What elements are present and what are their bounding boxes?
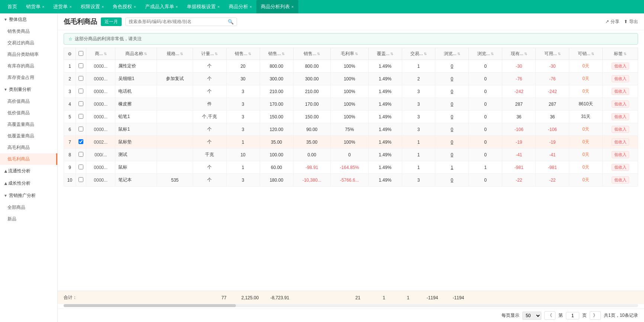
row-select-checkbox[interactable] [79,127,83,131]
row-checkbox[interactable] [76,73,86,85]
col-browse1[interactable]: 浏览...⇅ [435,48,469,60]
sidebar-item-new-goods[interactable]: 新品 [0,213,57,225]
nav-product-analysis[interactable]: 商品分析 × [224,0,256,13]
row-spec: 535 [157,174,193,186]
nav-product-stock[interactable]: 产成品入库单 × [141,0,182,13]
col-amount[interactable]: 销售...⇅ [293,48,331,60]
row-browse2: 1 [469,161,502,174]
row-browse1[interactable]: 0 [435,60,469,73]
row-browse1[interactable]: 0 [435,73,469,85]
row-checkbox[interactable] [76,85,86,98]
close-icon[interactable]: × [69,4,71,9]
share-button[interactable]: ↗ 分享 [605,19,619,25]
sidebar-group-circulation[interactable]: ▶ 流通性分析 [0,165,57,177]
close-icon[interactable]: × [176,4,178,9]
next-page-button[interactable]: 》 [590,311,601,320]
row-browse1[interactable]: 0 [435,136,469,149]
row-code: 0000... [86,123,115,136]
close-icon[interactable]: × [42,4,44,9]
row-checkbox[interactable] [76,60,86,73]
row-select-checkbox[interactable] [79,101,83,106]
horizontal-scrollbar[interactable] [64,304,638,307]
sidebar-item-high-coverage[interactable]: 高覆盖量商品 [0,119,57,130]
sidebar-item-all-goods[interactable]: 全部商品 [0,202,57,213]
nav-template-setting[interactable]: 单据模板设置 × [182,0,224,13]
nav-purchase-order[interactable]: 进货单 × [49,0,76,13]
prev-page-button[interactable]: 《 [544,311,555,320]
sidebar-item-in-stock[interactable]: 有库存的商品 [0,60,57,72]
col-stock[interactable]: 现有...⇅ [502,48,536,60]
row-browse1[interactable]: 0 [435,174,469,186]
close-icon[interactable]: × [134,4,136,9]
row-checkbox[interactable] [76,111,86,123]
row-checkbox[interactable] [76,136,86,149]
time-filter-button[interactable]: 近一月 [101,17,122,26]
close-icon[interactable]: × [291,4,294,9]
col-checkbox[interactable] [76,48,86,60]
col-settings[interactable]: ⚙ [64,48,76,60]
col-spec[interactable]: 规格...⇅ [157,48,193,60]
sidebar-item-high-margin[interactable]: 高毛利商品 [0,142,57,153]
per-page-select[interactable]: 50 100 200 [522,312,541,320]
row-select-checkbox[interactable] [79,139,83,144]
sidebar-item-stock-capital[interactable]: 库存资金占用 [0,72,57,83]
scrollbar-thumb[interactable] [64,304,236,307]
close-icon[interactable]: × [217,4,220,9]
row-checkbox[interactable] [76,174,86,186]
row-select-checkbox[interactable] [79,114,83,119]
sidebar-item-sales-goods[interactable]: 销售类商品 [0,26,57,37]
row-checkbox[interactable] [76,98,86,111]
nav-permission[interactable]: 权限设置 × [76,0,108,13]
row-browse1[interactable]: 0 [435,123,469,136]
col-price[interactable]: 销售...⇅ [260,48,293,60]
col-browse2[interactable]: 浏览...⇅ [469,48,502,60]
search-icon[interactable]: 🔍 [228,19,234,25]
row-select-checkbox[interactable] [79,165,83,169]
col-unit[interactable]: 计量...⇅ [193,48,226,60]
row-checkbox[interactable] [76,123,86,136]
sidebar-group-marketing[interactable]: ▼ 营销推广分析 [0,189,57,202]
row-select-checkbox[interactable] [79,177,83,182]
row-browse1[interactable]: 0 [435,85,469,98]
close-icon[interactable]: × [102,4,104,9]
col-code[interactable]: 商...⇅ [86,48,115,60]
sidebar-item-low-margin[interactable]: 低毛利商品 [0,153,57,165]
row-checkbox[interactable] [76,161,86,174]
col-qty[interactable]: 销售...⇅ [226,48,260,60]
page-number-input[interactable] [566,312,579,319]
row-select-checkbox[interactable] [79,63,83,68]
export-button[interactable]: ⬆ 导出 [624,19,638,25]
select-all-checkbox[interactable] [79,51,83,56]
nav-product-analysis-list[interactable]: 商品分析列表 × [256,0,298,13]
col-sale-days[interactable]: 可销...⇅ [569,48,603,60]
sidebar-item-low-coverage[interactable]: 低覆盖量商品 [0,130,57,142]
col-profit-rate[interactable]: 毛利率⇅ [331,48,369,60]
sidebar-item-traded-goods[interactable]: 交易过的商品 [0,37,57,49]
col-name[interactable]: 商品名称⇅ [115,48,157,60]
sidebar-group-growth[interactable]: ▶ 成长性分析 [0,177,57,189]
col-coverage[interactable]: 覆盖...⇅ [368,48,402,60]
col-tag[interactable]: 标签⇅ [603,48,638,60]
col-trade[interactable]: 交易...⇅ [402,48,435,60]
total-browse1: 1 [371,295,397,300]
row-browse1[interactable]: 0 [435,98,469,111]
nav-home[interactable]: 首页 [3,0,22,13]
sidebar-group-category[interactable]: ▼ 类别量分析 [0,83,57,96]
search-input[interactable] [129,19,228,24]
sidebar-item-high-value[interactable]: 高价值商品 [0,96,57,107]
nav-role-auth[interactable]: 角色授权 × [108,0,140,13]
row-browse1[interactable]: 0 [435,111,469,123]
row-select-checkbox[interactable] [79,89,83,93]
col-avail[interactable]: 可用...⇅ [536,48,569,60]
sidebar-group-overall[interactable]: ▼ 整体信息 [0,13,57,26]
row-amount: 800.00 [293,60,331,73]
row-browse1[interactable]: 1 [435,161,469,174]
row-select-checkbox[interactable] [79,76,83,81]
row-browse1[interactable]: 0 [435,149,469,161]
sidebar-item-low-value[interactable]: 低价值商品 [0,107,57,119]
row-checkbox[interactable] [76,149,86,161]
nav-sales-order[interactable]: 销货单 × [22,0,49,13]
sidebar-item-category-rate[interactable]: 商品分类助销率 [0,49,57,60]
close-icon[interactable]: × [250,4,252,9]
row-select-checkbox[interactable] [79,152,83,157]
